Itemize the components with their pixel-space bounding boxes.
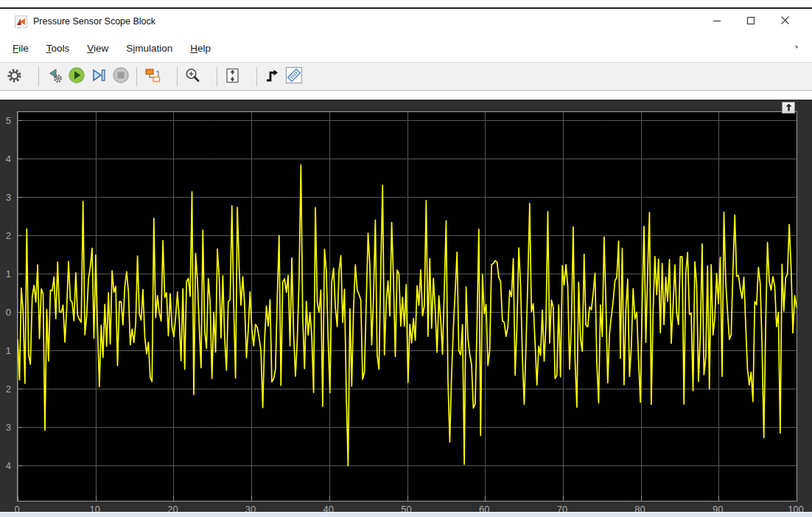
simulink-blocks-icon bbox=[144, 67, 161, 86]
window-title: Pressure Sensor Scope Block bbox=[33, 16, 155, 27]
zoom-in-icon bbox=[184, 67, 201, 86]
close-icon bbox=[780, 15, 790, 27]
stepping-options-button[interactable] bbox=[44, 66, 65, 88]
minimize-button[interactable] bbox=[700, 9, 734, 34]
dock-arrow-icon[interactable] bbox=[790, 40, 803, 53]
maximize-axes-button[interactable] bbox=[782, 102, 795, 114]
maximize-axes-icon bbox=[785, 103, 793, 114]
configuration-gear-button[interactable] bbox=[4, 66, 24, 88]
scope-plot-region: 54321012340102030405060708090100 bbox=[0, 100, 812, 517]
stepping-options-icon bbox=[46, 67, 63, 86]
toolbar-separator bbox=[38, 67, 39, 86]
toolbar-separator bbox=[256, 67, 257, 86]
toolbar-separator bbox=[136, 67, 137, 86]
matlab-logo-icon bbox=[15, 15, 27, 28]
menu-simulation[interactable]: Simulation bbox=[126, 43, 172, 54]
stop-icon bbox=[112, 66, 130, 86]
y-tick-label: 3 bbox=[0, 191, 11, 204]
title-bar[interactable]: Pressure Sensor Scope Block bbox=[0, 9, 812, 34]
y-tick-label: 4 bbox=[0, 459, 11, 472]
step-forward-icon bbox=[90, 66, 108, 86]
cursor-measurements-button[interactable] bbox=[284, 66, 304, 88]
y-tick-label: 1 bbox=[0, 344, 11, 357]
cursor-measurements-icon bbox=[285, 66, 303, 86]
maximize-button[interactable] bbox=[734, 9, 768, 34]
y-tick-label: 5 bbox=[0, 114, 11, 127]
scale-y-axis-icon bbox=[224, 67, 241, 86]
menu-tools[interactable]: Tools bbox=[46, 43, 70, 54]
y-tick-label: 4 bbox=[0, 153, 11, 165]
close-button[interactable] bbox=[768, 9, 802, 34]
chevron-down-icon[interactable] bbox=[163, 66, 172, 88]
highlight-simulink-block-button[interactable] bbox=[142, 66, 162, 88]
window-bottom-edge bbox=[0, 512, 812, 517]
stop-button bbox=[111, 66, 131, 88]
run-button[interactable] bbox=[66, 66, 87, 88]
y-tick-label: 2 bbox=[0, 229, 11, 242]
chevron-down-icon[interactable] bbox=[242, 66, 251, 88]
chevron-down-icon[interactable] bbox=[24, 66, 33, 88]
menu-help[interactable]: Help bbox=[190, 43, 211, 54]
chevron-down-icon[interactable] bbox=[304, 66, 313, 88]
scope-toolbar bbox=[0, 62, 812, 91]
maximize-icon bbox=[746, 16, 755, 27]
step-forward-button[interactable] bbox=[88, 66, 109, 88]
window-controls bbox=[700, 9, 802, 34]
toolbar-separator bbox=[177, 67, 178, 86]
y-tick-label: 0 bbox=[0, 306, 11, 319]
minimize-icon bbox=[713, 16, 721, 27]
run-play-icon bbox=[68, 66, 85, 86]
trigger-button[interactable] bbox=[262, 66, 282, 88]
trigger-icon bbox=[264, 67, 281, 86]
y-tick-label: 1 bbox=[0, 268, 11, 280]
y-tick-label: 2 bbox=[0, 383, 11, 395]
scope-axes bbox=[17, 111, 797, 502]
chevron-down-icon[interactable] bbox=[203, 66, 211, 88]
gear-icon bbox=[6, 67, 23, 86]
y-tick-label: 3 bbox=[0, 421, 11, 434]
menu-file[interactable]: File bbox=[13, 43, 29, 54]
scale-y-axis-button[interactable] bbox=[223, 66, 242, 88]
toolbar-separator bbox=[217, 67, 217, 86]
zoom-button[interactable] bbox=[183, 66, 202, 88]
menu-bar: File Tools View Simulation Help bbox=[0, 34, 812, 62]
menu-view[interactable]: View bbox=[87, 43, 108, 54]
scope-window: Pressure Sensor Scope Block bbox=[0, 7, 812, 517]
screenshot-root: Pressure Sensor Scope Block bbox=[0, 0, 812, 517]
scope-canvas[interactable] bbox=[18, 112, 797, 501]
